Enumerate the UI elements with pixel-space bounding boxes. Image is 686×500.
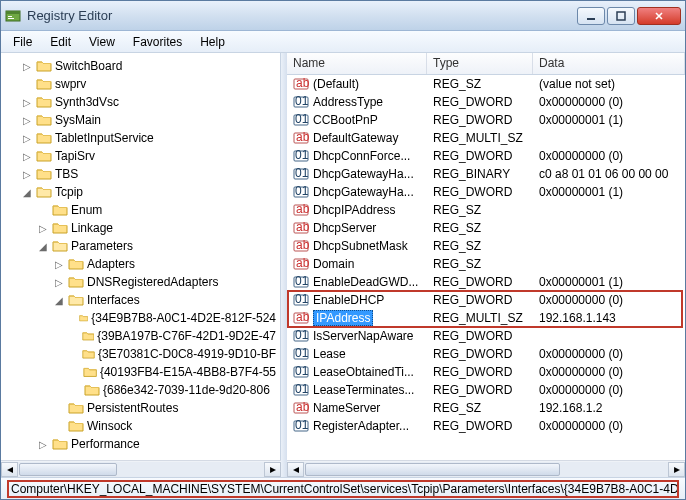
value-row[interactable]: 011LeaseTerminates...REG_DWORD0x00000000… [287,381,685,399]
tree-hscroll[interactable]: ◂ ▸ [1,460,281,477]
expander-icon[interactable]: ▷ [37,439,49,450]
expander-icon[interactable]: ▷ [21,61,33,72]
tree-node[interactable]: ▷ Synth3dVsc [1,93,280,111]
value-row[interactable]: abNameServerREG_SZ192.168.1.2 [287,399,685,417]
folder-icon [52,239,68,253]
tree-node[interactable]: swprv [1,75,280,93]
scroll-track[interactable] [18,462,264,477]
list-body[interactable]: ab(Default)REG_SZ(value not set)011Addre… [287,75,685,460]
menu-help[interactable]: Help [192,33,233,51]
tree-node[interactable]: {39BA197B-C76F-42D1-9D2E-47 [1,327,280,345]
value-row[interactable]: 011DhcpGatewayHa...REG_DWORD0x00000001 (… [287,183,685,201]
close-button[interactable] [637,7,681,25]
folder-icon [82,347,95,361]
folder-icon [79,311,88,325]
menu-favorites[interactable]: Favorites [125,33,190,51]
tree-node[interactable]: ▷ TBS [1,165,280,183]
value-row[interactable]: 011AddressTypeREG_DWORD0x00000000 (0) [287,93,685,111]
tree-node[interactable]: ▷ SwitchBoard [1,57,280,75]
tree-node[interactable]: ▷ SysMain [1,111,280,129]
app-icon [5,8,21,24]
value-row[interactable]: abDomainREG_SZ [287,255,685,273]
menu-edit[interactable]: Edit [42,33,79,51]
expander-icon[interactable]: ▷ [21,169,33,180]
scroll-left-button[interactable]: ◂ [287,462,304,477]
svg-text:ab: ab [296,202,309,216]
value-type: REG_DWORD [427,365,533,379]
tree-node[interactable]: ◢ Parameters [1,237,280,255]
col-name[interactable]: Name [287,53,427,74]
scroll-track[interactable] [304,462,668,477]
menu-view[interactable]: View [81,33,123,51]
tree-node[interactable]: {34E9B7B8-A0C1-4D2E-812F-524 [1,309,280,327]
expander-icon[interactable]: ◢ [21,187,33,198]
folder-icon [36,167,52,181]
svg-text:011: 011 [295,166,309,180]
value-row[interactable]: 011DhcpGatewayHa...REG_BINARYc0 a8 01 01… [287,165,685,183]
value-row[interactable]: 011DhcpConnForce...REG_DWORD0x00000000 (… [287,147,685,165]
value-row[interactable]: 011LeaseREG_DWORD0x00000000 (0) [287,345,685,363]
tree-node[interactable]: ◢ Interfaces [1,291,280,309]
tree-node[interactable]: Winsock [1,417,280,435]
tree-node-label: {40193FB4-E15A-4BB8-B7F4-55 [100,365,280,379]
expander-icon[interactable]: ◢ [53,295,65,306]
menu-file[interactable]: File [5,33,40,51]
minimize-button[interactable] [577,7,605,25]
tree-node[interactable]: ▷ Performance [1,435,280,453]
tree-node[interactable]: ▷ TabletInputService [1,129,280,147]
maximize-button[interactable] [607,7,635,25]
binary-value-icon: 011 [293,274,309,290]
value-row[interactable]: ab(Default)REG_SZ(value not set) [287,75,685,93]
value-row[interactable]: abDhcpIPAddressREG_SZ [287,201,685,219]
list-hscroll[interactable]: ◂ ▸ [287,460,685,477]
value-row[interactable]: abDhcpSubnetMaskREG_SZ [287,237,685,255]
tree-panel[interactable]: ▷ SwitchBoard swprv▷ Synth3dVsc▷ SysMain… [1,53,281,477]
tree-node-label: PersistentRoutes [87,401,182,415]
tree-node[interactable]: {3E70381C-D0C8-4919-9D10-BF [1,345,280,363]
value-row[interactable]: 011IsServerNapAwareREG_DWORD [287,327,685,345]
value-row[interactable]: 011RegisterAdapter...REG_DWORD0x00000000… [287,417,685,435]
expander-icon[interactable]: ▷ [37,223,49,234]
expander-icon[interactable]: ▷ [53,277,65,288]
expander-icon[interactable]: ▷ [21,97,33,108]
scroll-right-button[interactable]: ▸ [264,462,281,477]
titlebar[interactable]: Registry Editor [1,1,685,31]
tree-node[interactable]: ◢ Tcpip [1,183,280,201]
value-type: REG_SZ [427,77,533,91]
tree-node[interactable]: Enum [1,201,280,219]
expander-icon[interactable]: ▷ [21,115,33,126]
expander-icon[interactable]: ◢ [37,241,49,252]
svg-text:ab: ab [296,400,309,414]
tree-node[interactable]: PersistentRoutes [1,399,280,417]
value-row[interactable]: abDefaultGatewayREG_MULTI_SZ [287,129,685,147]
expander-icon[interactable]: ▷ [53,259,65,270]
tree-node[interactable]: ▷ TapiSrv [1,147,280,165]
expander-icon[interactable]: ▷ [21,133,33,144]
tree-node-label: Tcpip [55,185,87,199]
binary-value-icon: 011 [293,148,309,164]
value-row[interactable]: abDhcpServerREG_SZ [287,219,685,237]
value-row[interactable]: 011EnableDeadGWD...REG_DWORD0x00000001 (… [287,273,685,291]
tree-node-label: SysMain [55,113,105,127]
tree-node[interactable]: ▷ Linkage [1,219,280,237]
tree-node-label: DNSRegisteredAdapters [87,275,222,289]
tree-node[interactable]: ▷ Adapters [1,255,280,273]
tree-node[interactable]: ▷ DNSRegisteredAdapters [1,273,280,291]
value-row[interactable]: 011LeaseObtainedTi...REG_DWORD0x00000000… [287,363,685,381]
svg-rect-5 [617,12,625,20]
svg-text:ab: ab [296,130,309,144]
value-row[interactable]: 011EnableDHCPREG_DWORD0x00000000 (0) [287,291,685,309]
status-path-highlight: Computer\HKEY_LOCAL_MACHINE\SYSTEM\Curre… [7,480,679,498]
expander-icon[interactable]: ▷ [21,151,33,162]
binary-value-icon: 011 [293,328,309,344]
tree-node[interactable]: {686e342-7039-11de-9d20-806 [1,381,280,399]
col-data[interactable]: Data [533,53,685,74]
value-row[interactable]: 011CCBootPnPREG_DWORD0x00000001 (1) [287,111,685,129]
scroll-right-button[interactable]: ▸ [668,462,685,477]
value-type: REG_MULTI_SZ [427,311,533,325]
col-type[interactable]: Type [427,53,533,74]
value-row[interactable]: abIPAddressREG_MULTI_SZ192.168.1.143 [287,309,685,327]
scroll-left-button[interactable]: ◂ [1,462,18,477]
value-type: REG_DWORD [427,185,533,199]
tree-node[interactable]: {40193FB4-E15A-4BB8-B7F4-55 [1,363,280,381]
